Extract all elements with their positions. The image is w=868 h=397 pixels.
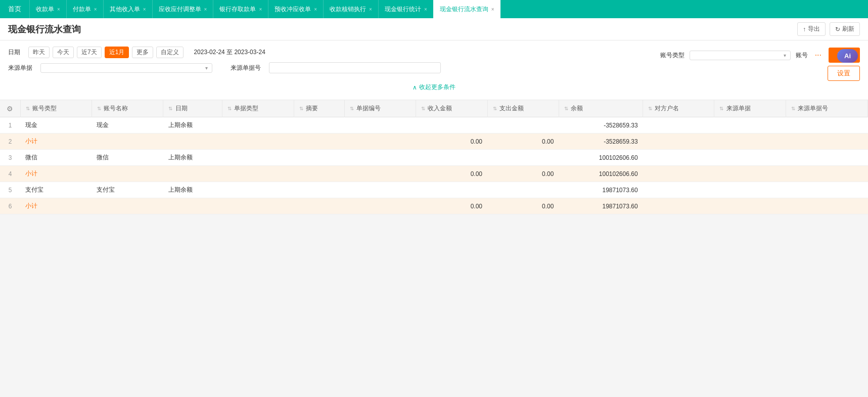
row-date-5 <box>163 198 222 214</box>
top-nav: 首页 收款单 × 付款单 × 其他收入单 × 应收应付调整单 × 银行存取款单 … <box>0 0 868 18</box>
row-source-doc-no-0 <box>786 117 867 134</box>
row-income-3: 0.00 <box>416 166 487 182</box>
row-counterpart-4 <box>643 182 714 198</box>
nav-tab-other-income[interactable]: 其他收入单 × <box>103 0 152 18</box>
row-doc-no-1 <box>344 134 416 150</box>
refresh-icon: ↻ <box>835 26 840 33</box>
sort-arrows-doc-no[interactable]: ⇅ <box>350 106 354 111</box>
sort-arrows-account-type[interactable]: ⇅ <box>26 106 30 111</box>
close-verification-icon[interactable]: × <box>369 7 372 12</box>
nav-tab-payments[interactable]: 付款单 × <box>66 0 103 18</box>
row-summary-0 <box>294 117 344 134</box>
th-counterpart: ⇅ 对方户名 <box>643 100 714 117</box>
source-doc-label: 来源单据 <box>8 64 32 72</box>
row-date-4: 上期余额 <box>163 182 222 198</box>
row-source-doc-1 <box>714 134 786 150</box>
table-row: 2 小计 0.00 0.00 -3528659.33 <box>0 134 868 150</box>
nav-tab-statistics[interactable]: 现金银行统计 × <box>378 0 433 18</box>
close-statistics-icon[interactable]: × <box>424 7 427 12</box>
nav-tab-advance[interactable]: 预收冲应收单 × <box>268 0 323 18</box>
row-doc-no-3 <box>344 166 416 182</box>
nav-tab-advance-label: 预收冲应收单 <box>275 5 311 14</box>
export-button[interactable]: ↑ 导出 <box>797 22 826 36</box>
row-counterpart-3 <box>643 166 714 182</box>
close-receipts-icon[interactable]: × <box>57 7 60 12</box>
nav-tab-adjustments[interactable]: 应收应付调整单 × <box>152 0 213 18</box>
nav-tab-bank-deposits[interactable]: 银行存取款单 × <box>213 0 268 18</box>
close-bank-deposits-icon[interactable]: × <box>259 7 262 12</box>
row-income-1: 0.00 <box>416 134 487 150</box>
row-source-doc-no-1 <box>786 134 867 150</box>
row-num-1: 2 <box>0 134 20 150</box>
sort-arrows-source-doc-no[interactable]: ⇅ <box>791 106 795 111</box>
row-income-4 <box>416 182 487 198</box>
row-expense-1: 0.00 <box>487 134 559 150</box>
row-doc-type-3 <box>222 166 294 182</box>
row-date-0: 上期余额 <box>163 117 222 134</box>
sort-arrows-doc-type[interactable]: ⇅ <box>227 106 232 111</box>
row-doc-no-2 <box>344 150 416 166</box>
nav-tab-verification[interactable]: 收款核销执行 × <box>323 0 378 18</box>
nav-tab-other-income-label: 其他收入单 <box>110 5 140 14</box>
row-expense-3: 0.00 <box>487 166 559 182</box>
account-dots-icon[interactable]: ··· <box>813 51 824 60</box>
nav-tab-verification-label: 收款核销执行 <box>330 5 366 14</box>
settings-button[interactable]: 设置 <box>828 66 860 81</box>
sort-arrows-balance[interactable]: ⇅ <box>564 106 568 111</box>
close-other-income-icon[interactable]: × <box>143 7 146 12</box>
sort-arrows-date[interactable]: ⇅ <box>168 106 172 111</box>
source-doc-chevron-icon: ▾ <box>205 65 208 71</box>
close-ledger-query-icon[interactable]: × <box>491 7 494 12</box>
th-balance: ⇅ 余额 <box>559 100 643 117</box>
sort-arrows-counterpart[interactable]: ⇅ <box>648 106 652 111</box>
date-btn-more[interactable]: 更多 <box>132 47 153 58</box>
ledger-table: ⚙ ⇅ 账号类型 ⇅ 账号名称 ⇅ 日期 ⇅ 单据类型 <box>0 100 868 214</box>
nav-tab-ledger-query[interactable]: 现金银行流水查询 × <box>433 0 500 18</box>
date-btn-1month[interactable]: 近1月 <box>105 47 129 58</box>
row-summary-2 <box>294 150 344 166</box>
row-balance-3: 100102606.60 <box>559 166 643 182</box>
header-actions: ↑ 导出 ↻ 刷新 <box>797 22 860 36</box>
nav-home[interactable]: 首页 <box>0 0 29 18</box>
collapse-bar[interactable]: ∧ 收起更多条件 <box>8 81 860 94</box>
source-doc-select[interactable]: ▾ <box>40 63 212 73</box>
close-advance-icon[interactable]: × <box>314 7 317 12</box>
sort-arrows-source-doc[interactable]: ⇅ <box>719 106 723 111</box>
table-row: 5 支付宝 支付宝 上期余额 19871073.60 <box>0 182 868 198</box>
row-account-name-0: 现金 <box>92 117 163 134</box>
row-expense-4 <box>487 182 559 198</box>
row-account-type-1: 小计 <box>20 134 92 150</box>
nav-tab-receipts[interactable]: 收款单 × <box>29 0 66 18</box>
date-btn-custom[interactable]: 自定义 <box>156 47 184 58</box>
th-doc-type: ⇅ 单据类型 <box>222 100 294 117</box>
date-btn-7days[interactable]: 近7天 <box>77 47 102 58</box>
row-source-doc-3 <box>714 166 786 182</box>
sort-arrows-income[interactable]: ⇅ <box>421 106 425 111</box>
table-row: 6 小计 0.00 0.00 19871073.60 <box>0 198 868 214</box>
filter-row-date: 日期 昨天 今天 近7天 近1月 更多 自定义 2023-02-24 至 202… <box>8 47 652 58</box>
row-doc-type-1 <box>222 134 294 150</box>
ai-badge[interactable]: Ai <box>837 49 858 63</box>
th-account-type: ⇅ 账号类型 <box>20 100 92 117</box>
date-btn-yesterday[interactable]: 昨天 <box>28 47 50 58</box>
date-btn-today[interactable]: 今天 <box>53 47 74 58</box>
sort-arrows-account-name[interactable]: ⇅ <box>97 106 101 111</box>
row-num-3: 4 <box>0 166 20 182</box>
row-summary-3 <box>294 166 344 182</box>
row-expense-0 <box>487 117 559 134</box>
row-account-type-5: 小计 <box>20 198 92 214</box>
close-payments-icon[interactable]: × <box>94 7 97 12</box>
source-doc-no-input[interactable] <box>269 62 441 73</box>
account-type-select[interactable]: ▾ <box>690 51 791 60</box>
gear-icon[interactable]: ⚙ <box>7 105 13 113</box>
refresh-button[interactable]: ↻ 刷新 <box>830 22 860 36</box>
nav-tab-adjustments-label: 应收应付调整单 <box>159 5 201 14</box>
sort-arrows-summary[interactable]: ⇅ <box>299 106 303 111</box>
row-doc-no-5 <box>344 198 416 214</box>
nav-tab-ledger-query-label: 现金银行流水查询 <box>440 5 488 14</box>
row-account-type-3: 小计 <box>20 166 92 182</box>
close-adjustments-icon[interactable]: × <box>204 7 207 12</box>
account-type-chevron-icon: ▾ <box>784 53 786 58</box>
sort-arrows-expense[interactable]: ⇅ <box>493 106 497 111</box>
account-type-label: 账号类型 <box>660 51 684 60</box>
